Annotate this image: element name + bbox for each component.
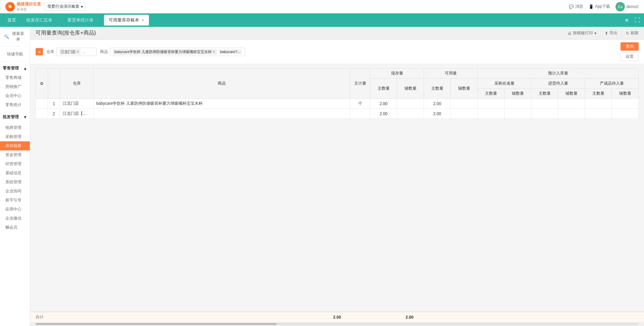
- table-row: 2 江北门店【... 2.00 2.00: [36, 109, 639, 119]
- warehouse-tag-text: 江北门店: [61, 49, 75, 54]
- tab-home-label: 首页: [7, 17, 16, 23]
- export-label: 导出: [609, 30, 618, 36]
- app-download-btn[interactable]: 📱 App下载: [589, 4, 610, 9]
- refresh-btn[interactable]: ↻ 刷新: [626, 30, 639, 36]
- sidebar-item-basic-info[interactable]: 基础信息: [0, 169, 30, 178]
- sidebar-item-enterprise-collab[interactable]: 企业协同: [0, 187, 30, 196]
- sidebar: 🔍 搜索菜单 快捷导航 零售管理 ▲ 零售商城 营销推广 会员中心 零售统计 批…: [0, 27, 30, 326]
- sidebar-item-enterprise-wechat[interactable]: 企业微信: [0, 214, 30, 223]
- app-download-label: App下载: [595, 4, 610, 9]
- sidebar-item-system[interactable]: 系统管理: [0, 178, 30, 187]
- td-stock-main-2: 2.00: [370, 109, 397, 119]
- sidebar-item-wholesale-mgmt[interactable]: 批发管理 ▼: [0, 112, 30, 122]
- sidebar-item-inventory[interactable]: 库存核算: [0, 141, 30, 150]
- tab-receivables[interactable]: 收发存汇总表 ✕: [21, 15, 62, 26]
- table-footer: 合计 2.00 2.00: [30, 312, 644, 322]
- warehouse-filter-group: 仓库 江北门店 ✕ ...: [46, 48, 97, 56]
- refresh-label: 刷新: [631, 30, 639, 36]
- sidebar-item-retail-stats[interactable]: 零售统计: [0, 100, 30, 109]
- product-tag-1-remove[interactable]: ✕: [212, 50, 215, 54]
- td-warehouse-1: 江北门店: [60, 99, 94, 109]
- th-warehouse: 仓库: [60, 68, 94, 99]
- query-btn[interactable]: 查询: [621, 42, 639, 51]
- th-stock-main: 主数量: [370, 79, 397, 99]
- sidebar-item-retail-shop[interactable]: 零售商城: [0, 73, 30, 82]
- sidebar-item-ecommerce[interactable]: 电商管理: [0, 123, 30, 132]
- export-icon: ⬆: [605, 31, 608, 36]
- avatar-text: Ea: [618, 5, 623, 9]
- message-label: 消息: [575, 4, 583, 9]
- th-purchase-main: 主数量: [478, 89, 504, 99]
- th-available-group: 可用量: [424, 68, 478, 79]
- tab-receivables-close[interactable]: ✕: [54, 18, 57, 22]
- th-available-main: 主数量: [424, 79, 451, 99]
- td-avail-main-1: 2.00: [424, 99, 451, 109]
- td-purch-main-1: [478, 99, 504, 109]
- tab-home[interactable]: 首页: [3, 15, 21, 26]
- th-gear[interactable]: ⚙: [36, 68, 48, 99]
- page-header-actions: 🖨 按模板打印 ▾ ⬆ 导出 ↻ 刷新: [568, 30, 639, 36]
- top-bar-right: 💬 消息 📱 App下载 Ea demo2: [569, 2, 639, 11]
- refresh-icon: ↻: [626, 31, 629, 36]
- tab-bar: 首页 收发存汇总表 ✕ 要货单统计表 ✕ 可用量库存账本 ✕ ✕ ⛶: [0, 13, 644, 27]
- expand-btn[interactable]: »: [36, 48, 43, 55]
- industry-selector[interactable]: 母婴行业演示账套 ▾: [44, 2, 86, 11]
- sidebar-item-new-guide[interactable]: 新手引导: [0, 196, 30, 205]
- product-input[interactable]: babycare学饮杯 儿童防摔防撞吸管杯重力球吸嘴杯宝宝水杯 ✕ babyca…: [110, 48, 245, 56]
- print-template-btn[interactable]: 🖨 按模板打印 ▾: [568, 30, 596, 36]
- td-stock-aux-2: [397, 109, 424, 119]
- search-menu-label: 搜索菜单: [10, 31, 26, 42]
- gear-icon: ⚙: [40, 81, 44, 86]
- product-tag-1-text: babycare学饮杯 儿童防摔防撞吸管杯重力球吸嘴杯宝宝水杯: [114, 49, 212, 54]
- sidebar-item-app-center[interactable]: 应用中心: [0, 205, 30, 214]
- sidebar-item-member-center[interactable]: 会员中心: [0, 91, 30, 100]
- td-purch-aux-1: [504, 99, 531, 109]
- sidebar-search: 🔍 搜索菜单: [0, 27, 30, 47]
- scroll-track[interactable]: [36, 323, 639, 325]
- top-bar: 畅 畅捷通好生意 标准版 母婴行业演示账套 ▾ 💬 消息 📱 App下载 Ea …: [0, 0, 644, 13]
- product-label: 商品: [100, 49, 108, 55]
- chevron-down-icon: ▾: [81, 4, 83, 9]
- sidebar-item-marketing[interactable]: 营销推广: [0, 82, 30, 91]
- expand-icon: »: [38, 49, 41, 54]
- sidebar-item-retail-mgmt[interactable]: 零售管理 ▲: [0, 63, 30, 73]
- page-header: 可用量查询(按仓库+商品) 🖨 按模板打印 ▾ ⬆ 导出 ↻ 刷新: [30, 27, 644, 40]
- td-avail-aux-1: [451, 99, 478, 109]
- tab-available-stock[interactable]: 可用量库存账本 ✕: [104, 15, 149, 26]
- tab-order-stats-close[interactable]: ✕: [96, 18, 99, 22]
- td-product-1: babycare学饮杯 儿童防摔防撞吸管杯重力球吸嘴杯宝宝水杯: [94, 99, 350, 109]
- dropdown-icon: ▾: [594, 31, 596, 36]
- sidebar-item-member[interactable]: 畅会员: [0, 223, 30, 232]
- th-purchase-group: 采购在途量: [478, 79, 531, 89]
- tab-maximize-btn[interactable]: ⛶: [633, 16, 641, 24]
- th-production-aux: 辅数量: [612, 89, 639, 99]
- logo-sub: 标准版: [17, 7, 41, 12]
- sidebar-item-shortcut[interactable]: 快捷导航: [0, 49, 30, 59]
- product-tag-2-text: babycare?...: [220, 50, 240, 54]
- tab-available-stock-label: 可用量库存账本: [109, 17, 139, 23]
- scroll-thumb[interactable]: [36, 323, 277, 325]
- td-no-2: 2: [48, 109, 60, 119]
- warehouse-more[interactable]: ...: [83, 49, 86, 54]
- message-btn[interactable]: 💬 消息: [569, 4, 583, 9]
- tab-available-stock-close[interactable]: ✕: [141, 18, 144, 22]
- td-inc-aux-2: [558, 109, 585, 119]
- tab-order-stats[interactable]: 要货单统计表 ✕: [63, 15, 103, 26]
- sidebar-item-operations[interactable]: 经营管理: [0, 159, 30, 169]
- td-avail-aux-2: [451, 109, 478, 119]
- export-btn[interactable]: ⬆ 导出: [605, 30, 618, 36]
- retail-mgmt-label: 零售管理: [3, 65, 19, 71]
- td-gear-1: [36, 99, 48, 109]
- sidebar-item-finance[interactable]: 资金管理: [0, 150, 30, 159]
- logo-area: 畅 畅捷通好生意 标准版: [5, 1, 41, 12]
- settings-btn[interactable]: 设置: [621, 52, 639, 61]
- warehouse-input[interactable]: 江北门店 ✕ ...: [56, 48, 97, 56]
- warehouse-tag-remove[interactable]: ✕: [76, 50, 79, 54]
- td-inc-main-2: [531, 109, 558, 119]
- table-area: ⚙ 仓库 商品 主计量 现存量 可用量 预计入库量 主数量 辅数量 主数量: [30, 64, 644, 312]
- sidebar-item-purchase[interactable]: 采购管理: [0, 132, 30, 141]
- user-avatar-btn[interactable]: Ea demo2: [615, 2, 639, 11]
- search-menu-btn[interactable]: 🔍 搜索菜单: [3, 30, 27, 44]
- td-product-2: [94, 109, 350, 119]
- tab-close-all-btn[interactable]: ✕: [623, 16, 631, 24]
